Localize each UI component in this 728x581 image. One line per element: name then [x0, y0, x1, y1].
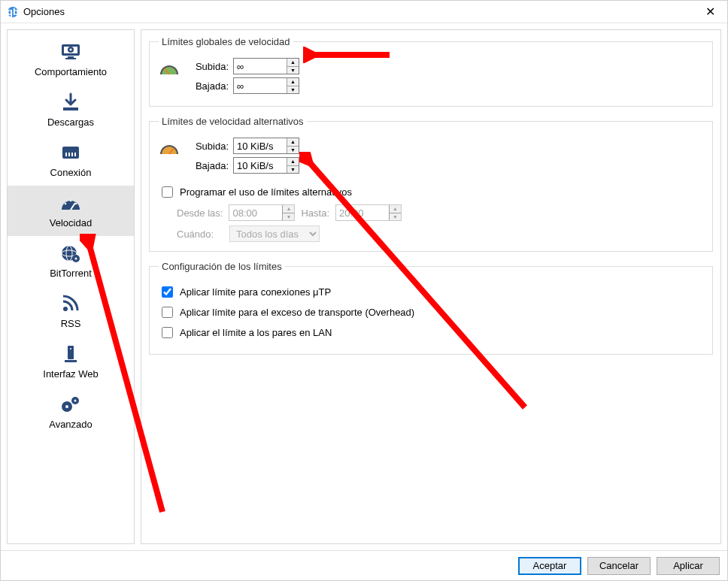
- speedometer-orange-icon: [159, 139, 180, 156]
- sidebar-item-conexion[interactable]: Conexión: [8, 135, 134, 186]
- gears-icon: [58, 393, 83, 416]
- svg-rect-11: [68, 153, 70, 156]
- svg-point-15: [70, 200, 72, 202]
- monitor-gear-icon: [58, 41, 83, 63]
- to-time-input: [336, 205, 389, 220]
- limit-config-group: Configuración de los límites Aplicar lím…: [149, 261, 713, 355]
- sidebar-item-comportamiento[interactable]: Comportamiento: [8, 35, 134, 85]
- lan-checkbox[interactable]: [162, 327, 173, 338]
- svg-rect-10: [65, 153, 67, 156]
- global-limits-legend: Límites globales de velocidad: [159, 36, 293, 47]
- from-label: Desde las:: [177, 207, 223, 219]
- sidebar-item-rss[interactable]: RSS: [8, 286, 134, 337]
- svg-rect-13: [74, 153, 76, 156]
- sidebar: Comportamiento Descargas Conexión Veloci…: [7, 29, 135, 544]
- download-label: Bajada:: [187, 80, 229, 92]
- svg-rect-5: [65, 58, 76, 59]
- rss-icon: [58, 292, 83, 315]
- overhead-checkbox[interactable]: [162, 307, 173, 318]
- sidebar-item-interfaz-web[interactable]: Interfaz Web: [8, 337, 134, 387]
- svg-rect-4: [68, 56, 74, 58]
- svg-point-23: [63, 307, 68, 311]
- limit-config-legend: Configuración de los límites: [159, 261, 285, 272]
- when-select: Todos los días: [229, 225, 320, 242]
- globe-gear-icon: [58, 242, 83, 265]
- spin-up[interactable]: ▲: [287, 158, 299, 166]
- alt-download-label: Bajada:: [187, 160, 229, 171]
- svg-rect-25: [65, 360, 77, 362]
- speedometer-icon: [58, 192, 83, 214]
- svg-rect-9: [62, 147, 79, 159]
- window-title: Opciones: [23, 6, 699, 17]
- sidebar-label: Descargas: [47, 117, 94, 128]
- global-upload-input[interactable]: [234, 59, 287, 74]
- spin-up[interactable]: ▲: [287, 59, 299, 67]
- sidebar-item-bittorrent[interactable]: BitTorrent: [8, 236, 134, 286]
- spin-up[interactable]: ▲: [287, 78, 299, 86]
- sidebar-item-velocidad[interactable]: Velocidad: [8, 186, 134, 236]
- upload-label: Subida:: [187, 61, 229, 72]
- svg-rect-8: [63, 107, 78, 110]
- close-button[interactable]: ✕: [699, 2, 721, 22]
- alt-upload-spin[interactable]: ▲▼: [233, 138, 299, 154]
- ok-button[interactable]: Aceptar: [518, 557, 581, 575]
- apply-button[interactable]: Aplicar: [657, 557, 720, 575]
- schedule-checkbox[interactable]: [162, 186, 173, 198]
- sidebar-item-descargas[interactable]: Descargas: [8, 85, 134, 135]
- sidebar-label: RSS: [61, 318, 81, 329]
- lan-label: Aplicar el límite a los pares en LAN: [180, 327, 332, 338]
- to-time-spin: ▲▼: [335, 204, 402, 221]
- schedule-label: Programar el uso de límites alternativos: [180, 186, 352, 198]
- spin-up[interactable]: ▲: [287, 138, 299, 147]
- sidebar-label: Comportamiento: [35, 66, 107, 77]
- svg-point-29: [65, 405, 68, 408]
- download-icon: [58, 91, 83, 113]
- svg-point-30: [74, 400, 77, 402]
- spin-down[interactable]: ▼: [287, 86, 299, 94]
- alt-upload-label: Subida:: [187, 141, 229, 152]
- svg-rect-24: [68, 346, 74, 359]
- svg-point-22: [75, 258, 77, 260]
- sidebar-label: Interfaz Web: [43, 368, 98, 380]
- app-icon: qb: [7, 6, 19, 18]
- global-upload-spin[interactable]: ▲▼: [233, 58, 299, 74]
- sidebar-label: Velocidad: [50, 217, 92, 228]
- from-time-input: [229, 205, 282, 220]
- sidebar-label: BitTorrent: [50, 268, 92, 279]
- sidebar-label: Conexión: [50, 167, 92, 178]
- utp-checkbox[interactable]: [162, 286, 173, 298]
- sidebar-label: Avanzado: [49, 419, 93, 430]
- spin-down[interactable]: ▼: [287, 147, 299, 154]
- to-label: Hasta:: [301, 207, 329, 219]
- alt-limits-legend: Límites de velocidad alternativos: [159, 116, 307, 127]
- alt-download-spin[interactable]: ▲▼: [233, 157, 299, 174]
- global-limits-group: Límites globales de velocidad Subida: ▲▼: [149, 36, 713, 107]
- global-download-spin[interactable]: ▲▼: [233, 77, 299, 94]
- svg-rect-12: [71, 153, 73, 156]
- alt-download-input[interactable]: [234, 158, 287, 173]
- svg-point-7: [70, 49, 72, 51]
- overhead-label: Aplicar límite para el exceso de transpo…: [180, 307, 414, 318]
- svg-point-26: [70, 348, 71, 350]
- server-icon: [58, 343, 83, 365]
- alt-upload-input[interactable]: [234, 138, 287, 153]
- utp-label: Aplicar límite para conexiones μTP: [180, 286, 331, 298]
- ethernet-icon: [58, 141, 83, 164]
- speedometer-green-icon: [159, 59, 180, 76]
- when-label: Cuándo:: [177, 228, 223, 240]
- from-time-spin: ▲▼: [229, 204, 295, 221]
- svg-point-14: [65, 203, 67, 205]
- cancel-button[interactable]: Cancelar: [587, 557, 651, 575]
- sidebar-item-avanzado[interactable]: Avanzado: [8, 387, 134, 437]
- spin-down[interactable]: ▼: [287, 67, 299, 74]
- svg-text:qb: qb: [7, 6, 19, 17]
- spin-down[interactable]: ▼: [287, 166, 299, 174]
- main-panel: Límites globales de velocidad Subida: ▲▼: [141, 29, 721, 544]
- global-download-input[interactable]: [234, 78, 287, 93]
- alt-limits-group: Límites de velocidad alternativos Subida…: [149, 116, 713, 252]
